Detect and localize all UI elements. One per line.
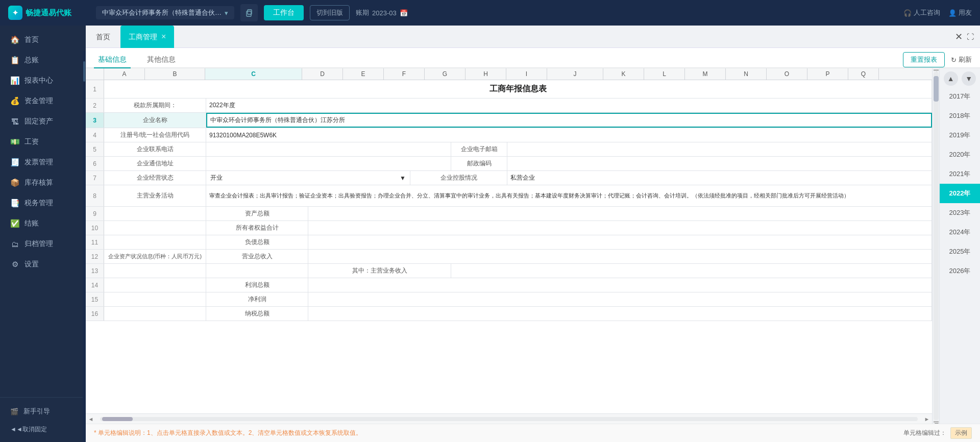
cell-4-value[interactable]: 91320100MA208E5W6K — [206, 128, 932, 142]
window-close-btn[interactable]: ✕ — [955, 31, 963, 42]
col-header-G: G — [425, 68, 465, 80]
copy-icon — [245, 9, 253, 17]
horizontal-scroll-track[interactable] — [100, 417, 918, 421]
year-item-2024[interactable]: 2024年 — [940, 223, 980, 242]
window-expand-btn[interactable]: ⛶ — [967, 33, 974, 41]
user-icon: 👤 — [948, 9, 957, 17]
newbie-guide-btn[interactable]: 🎬 新手引导 — [0, 402, 86, 421]
cell-3-label: 企业名称 — [104, 113, 206, 128]
sidebar-item-salary[interactable]: 💵 工资 — [0, 132, 86, 152]
calendar-icon[interactable]: 📅 — [400, 9, 408, 17]
cell-1-title[interactable]: 工商年报信息表 — [104, 80, 932, 98]
year-item-2019[interactable]: 2019年 — [940, 126, 980, 145]
tab-industry[interactable]: 工商管理 × — [120, 26, 174, 48]
cell-11-value[interactable] — [308, 235, 932, 249]
pin-btn[interactable]: ◄◄取消固定 — [0, 421, 86, 438]
cell-6-addr[interactable] — [206, 157, 451, 170]
sidebar-item-finance[interactable]: 💰 资金管理 — [0, 91, 86, 111]
year-item-2018[interactable]: 2018年 — [940, 106, 980, 126]
cell-16-merged — [104, 307, 206, 321]
sidebar-item-archive[interactable]: 🗂 归档管理 — [0, 234, 86, 254]
sidebar-label-ledger: 总账 — [24, 56, 39, 65]
scroll-up-btn[interactable]: ▲ — [934, 69, 939, 71]
year-item-2022[interactable]: 2022年 — [940, 184, 980, 203]
table-row: 8 主营业务活动 审查企业会计报表；出具审计报告；验证企业资本；出具验资报告；办… — [86, 185, 932, 207]
subtab-other[interactable]: 其他信息 — [143, 52, 180, 68]
cell-15-label: 净利润 — [206, 292, 308, 306]
year-item-2023[interactable]: 2023年 — [940, 203, 980, 223]
main-layout: 🏠 首页 📋 总账 📊 报表中心 💰 资金管理 🏗 固定资产 💵 工资 — [0, 26, 980, 442]
cell-13-value[interactable] — [451, 264, 932, 278]
year-item-2026[interactable]: 2026年 — [940, 261, 980, 281]
table-row: 16 纳税总额 — [86, 307, 932, 321]
vertical-scroll-track[interactable] — [934, 72, 939, 420]
subtab-basic[interactable]: 基础信息 — [94, 52, 131, 68]
cell-16-value[interactable] — [308, 307, 932, 321]
cell-15-value[interactable] — [308, 292, 932, 306]
vertical-scroll-thumb[interactable] — [934, 76, 939, 102]
sidebar-item-closing[interactable]: ✅ 结账 — [0, 213, 86, 234]
year-item-2020[interactable]: 2020年 — [940, 145, 980, 164]
year-up-btn[interactable]: ▲ — [944, 71, 958, 86]
tab-close-icon[interactable]: × — [161, 26, 166, 48]
table-row: 13 其中：主营业务收入 — [86, 264, 932, 278]
cell-5-phone[interactable] — [206, 142, 451, 156]
year-item-2025[interactable]: 2025年 — [940, 242, 980, 261]
cell-10-value[interactable] — [308, 221, 932, 235]
row-num-5: 5 — [86, 142, 104, 156]
cell-6-postcode[interactable] — [507, 157, 932, 170]
sidebar-item-inventory[interactable]: 📦 库存核算 — [0, 173, 86, 193]
cell-5-email[interactable] — [507, 142, 932, 156]
horizontal-scrollbar[interactable]: ◄ ► — [86, 413, 932, 424]
cell-8-value[interactable]: 审查企业会计报表；出具审计报告；验证企业资本；出具验资报告；办理企业合并、分立、… — [206, 185, 932, 206]
tab-home[interactable]: 首页 — [86, 26, 120, 48]
invoice-icon: 🧾 — [10, 158, 19, 167]
cell-16-label: 纳税总额 — [206, 307, 308, 321]
company-selector[interactable]: 中审众环会计师事务所（特殊普通合伙… ▾ — [96, 6, 234, 19]
copy-icon-btn[interactable] — [240, 4, 258, 21]
cell-14-value[interactable] — [308, 278, 932, 292]
scroll-right-btn[interactable]: ► — [922, 416, 932, 422]
vertical-scrollbar[interactable]: ▲ ▼ — [932, 68, 939, 424]
status-edited-example: 示例 — [950, 427, 972, 439]
cell-13-b — [206, 264, 308, 278]
cell-3-value[interactable]: 中审众环会计师事务所（特殊普通合伙）江苏分所 — [206, 113, 932, 128]
cell-12-value[interactable] — [308, 250, 932, 263]
user-menu[interactable]: 👤 用友 — [948, 8, 972, 17]
scroll-down-btn[interactable]: ▼ — [934, 421, 939, 423]
year-item-2021[interactable]: 2021年 — [940, 164, 980, 184]
workbench-button[interactable]: 工作台 — [264, 5, 304, 20]
old-version-button[interactable]: 切到旧版 — [310, 5, 350, 20]
spreadsheet-wrapper: A B C D E F G H I J K L M N O — [86, 68, 980, 424]
content-panel: 基础信息 其他信息 重置报表 ↻ 刷新 — [86, 48, 980, 442]
cell-7-status[interactable]: 开业 ▼ — [206, 171, 410, 185]
cell-9-value[interactable] — [308, 207, 932, 220]
sidebar-item-ledger[interactable]: 📋 总账 — [0, 50, 86, 70]
year-panel-nav: ▲ ▼ — [940, 68, 980, 87]
status-bar: * 单元格编辑说明：1、点击单元格直接录入数值或文本。2、清空单元格数值或文本恢… — [86, 424, 980, 442]
cell-2-value[interactable]: 2022年度 — [206, 99, 932, 112]
col-header-E: E — [343, 68, 384, 80]
table-row: 4 注册号/统一社会信用代码 91320100MA208E5W6K — [86, 128, 932, 142]
sidebar-item-assets[interactable]: 🏗 固定资产 — [0, 111, 86, 132]
sidebar-item-home[interactable]: 🏠 首页 — [0, 30, 86, 50]
refresh-btn[interactable]: ↻ 刷新 — [951, 55, 972, 64]
table-row: 7 企业经营状态 开业 ▼ 企业控股情况 私营企业 — [86, 171, 932, 185]
row-num-15: 15 — [86, 292, 104, 306]
table-row: 2 税款所属期间： 2022年度 — [86, 99, 932, 113]
row-num-2: 2 — [86, 99, 104, 112]
status-note: * 单元格编辑说明：1、点击单元格直接录入数值或文本。2、清空单元格数值或文本恢… — [94, 429, 362, 437]
horizontal-scroll-thumb[interactable] — [102, 417, 133, 421]
sidebar: 🏠 首页 📋 总账 📊 报表中心 💰 资金管理 🏗 固定资产 💵 工资 — [0, 26, 86, 442]
sidebar-item-settings[interactable]: ⚙ 设置 — [0, 254, 86, 275]
sidebar-item-reports[interactable]: 📊 报表中心 — [0, 70, 86, 91]
consulting-btn[interactable]: 🎧 人工咨询 — [903, 8, 940, 17]
sidebar-item-tax[interactable]: 📑 税务管理 — [0, 193, 86, 213]
cell-7-holding[interactable]: 私营企业 — [507, 171, 932, 185]
cell-10-merged — [104, 221, 206, 235]
year-item-2017[interactable]: 2017年 — [940, 87, 980, 106]
reset-report-btn[interactable]: 重置报表 — [903, 52, 945, 67]
scroll-left-btn[interactable]: ◄ — [86, 416, 96, 422]
sidebar-item-invoice[interactable]: 🧾 发票管理 — [0, 152, 86, 173]
year-down-btn[interactable]: ▼ — [962, 71, 976, 86]
